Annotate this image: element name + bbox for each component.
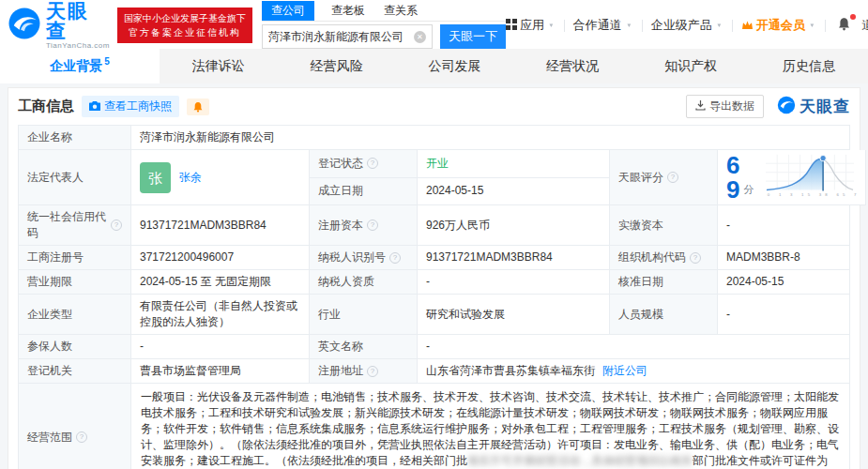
nav-divider bbox=[642, 20, 643, 32]
tab-operating-status[interactable]: 经营状况 bbox=[513, 49, 632, 83]
industry-value: 研究和试验发展 bbox=[418, 295, 610, 335]
view-snapshot-button[interactable]: 查看工商快照 bbox=[82, 96, 179, 117]
apps-grid-icon bbox=[506, 19, 517, 33]
search-tabs: 查公司 查老板 查关系 bbox=[262, 2, 506, 22]
top-header: 天眼查 TianYanCha.com 国家中小企业发展子基金旗下 官方备案企业征… bbox=[0, 0, 868, 49]
insured-count-label: 参保人数 bbox=[19, 335, 131, 359]
table-row: 法定代表人 张 张余 登记状态 开业 成立日期 2024-05-15 天眼评分 bbox=[19, 150, 850, 205]
tab-company-background[interactable]: 企业背景 5 bbox=[0, 49, 160, 83]
table-row: 工商注册号 371721200496007 纳税人识别号 91371721MAD… bbox=[19, 246, 850, 270]
help-icon[interactable] bbox=[667, 172, 678, 183]
chevron-down-icon bbox=[715, 21, 723, 30]
monitor-bell-button[interactable] bbox=[187, 98, 209, 115]
taxpayer-qual-label: 纳税人资质 bbox=[310, 270, 418, 295]
nav-apps[interactable]: 应用 bbox=[506, 17, 556, 34]
reg-capital-label: 注册资本 bbox=[310, 205, 418, 246]
tab-count-badge: 5 bbox=[104, 56, 110, 67]
taxpayer-qual-value: - bbox=[418, 270, 610, 295]
reg-number-value: 371721200496007 bbox=[131, 246, 310, 270]
reg-status-label: 登记状态 bbox=[310, 150, 418, 178]
nav-divider bbox=[825, 20, 826, 32]
legal-rep-name-link[interactable]: 张余 bbox=[179, 170, 202, 186]
company-type-value: 有限责任公司（非自然人投资或控股的法人独资） bbox=[131, 295, 310, 335]
help-icon[interactable] bbox=[111, 219, 122, 231]
help-icon[interactable] bbox=[367, 158, 378, 169]
redacted-text: 准后方可开展经营活动，具体经营项目以相关 bbox=[467, 454, 693, 467]
industry-label: 行业 bbox=[310, 295, 418, 335]
score-unit: 分 bbox=[743, 182, 754, 198]
clear-search-icon[interactable] bbox=[414, 31, 426, 43]
org-code-label: 组织机构代码 bbox=[610, 246, 718, 270]
paid-capital-value: - bbox=[718, 205, 850, 246]
download-icon bbox=[695, 100, 706, 113]
top-nav: 应用 合作通道 企业级产品 开通会员 道济 bbox=[506, 15, 868, 36]
staff-size-value: - bbox=[718, 295, 850, 335]
insured-count-value: - bbox=[131, 335, 310, 359]
crown-icon bbox=[741, 19, 754, 33]
tab-operating-risk[interactable]: 经营风险 bbox=[278, 49, 396, 83]
brand-name: 天眼查 bbox=[46, 1, 110, 40]
legal-rep-value: 张 张余 bbox=[131, 150, 310, 205]
search-tab-boss[interactable]: 查老板 bbox=[329, 1, 367, 21]
nav-enterprise-products[interactable]: 企业级产品 bbox=[651, 17, 723, 34]
help-icon[interactable] bbox=[367, 366, 378, 377]
help-icon[interactable] bbox=[389, 252, 401, 264]
username: 道济 bbox=[862, 17, 868, 34]
nav-cooperation[interactable]: 合作通道 bbox=[573, 17, 633, 34]
approval-date-label: 核准日期 bbox=[610, 270, 718, 295]
score-distribution-chart[interactable]: 0 1 3 15 38 65 77 99 100 bbox=[763, 153, 857, 202]
table-row: 企业名称 菏泽市润永新能源有限公司 bbox=[19, 126, 850, 150]
nav-divider bbox=[564, 20, 565, 32]
help-icon[interactable] bbox=[367, 219, 378, 231]
export-data-button[interactable]: 导出数据 bbox=[686, 95, 764, 118]
nav-vip-membership[interactable]: 开通会员 bbox=[741, 17, 816, 34]
legal-rep-avatar[interactable]: 张 bbox=[140, 162, 171, 193]
company-section-tabbar: 企业背景 5 法律诉讼 经营风险 公司发展 经营状况 知识产权 历史信息 bbox=[0, 49, 868, 83]
tianyancha-logo[interactable]: 天眼查 TianYanCha.com bbox=[8, 1, 110, 50]
tianyancha-logo-icon bbox=[8, 7, 41, 44]
business-scope-label: 经营范围 bbox=[19, 384, 131, 469]
table-row: 企业类型 有限责任公司（非自然人投资或控股的法人独资） 行业 研究和试验发展 人… bbox=[19, 295, 850, 335]
chevron-down-icon bbox=[547, 21, 556, 30]
reg-authority-label: 登记机关 bbox=[19, 359, 131, 384]
help-icon[interactable] bbox=[690, 252, 701, 264]
tab-legal-proceedings[interactable]: 法律诉讼 bbox=[160, 49, 278, 83]
tianyancha-logo-icon bbox=[777, 96, 796, 118]
tab-company-development[interactable]: 公司发展 bbox=[396, 49, 514, 83]
table-row: 经营范围 一般项目：光伏设备及元器件制造；电池销售；技术服务、技术开发、技术咨询… bbox=[19, 384, 850, 469]
est-date-value: 2024-05-15 bbox=[418, 178, 610, 206]
staff-size-label: 人员规模 bbox=[610, 295, 718, 335]
taxpayer-id-value: 91371721MADM3BBR84 bbox=[418, 246, 610, 270]
search-button[interactable]: 天眼一下 bbox=[440, 24, 506, 49]
credit-code-label: 统一社会信用代码 bbox=[19, 205, 131, 246]
est-date-label: 成立日期 bbox=[310, 178, 418, 206]
nav-user-menu[interactable]: 道济 bbox=[862, 17, 868, 34]
reg-address-value: 山东省菏泽市曹县苏集镇幸福东街 附近公司 bbox=[418, 359, 850, 384]
nearby-companies-link[interactable]: 附近公司 bbox=[602, 363, 647, 379]
business-info-card: 工商信息 查看工商快照 导出数据 天眼查 企业名称 菏泽市润永新能源有 bbox=[8, 87, 860, 469]
help-icon[interactable] bbox=[76, 431, 87, 443]
table-row: 营业期限 2024-05-15 至 无固定期限 纳税人资质 - 核准日期 202… bbox=[19, 270, 850, 295]
official-certification-badge: 国家中小企业发展子基金旗下 官方备案企业征信机构 bbox=[117, 8, 252, 43]
tab-history-info[interactable]: 历史信息 bbox=[750, 49, 868, 83]
score-value: 69 分 bbox=[718, 150, 866, 205]
credit-code-value: 91371721MADM3BBR84 bbox=[131, 205, 310, 246]
score-axis-labels: 0 1 3 15 38 65 77 99 100 bbox=[768, 192, 857, 197]
search-tab-company[interactable]: 查公司 bbox=[262, 1, 314, 21]
nav-divider bbox=[732, 20, 733, 32]
reg-authority-value: 曹县市场监督管理局 bbox=[131, 359, 310, 384]
notification-red-dot bbox=[850, 14, 856, 20]
reg-address-label: 注册地址 bbox=[310, 359, 418, 384]
tab-intellectual-property[interactable]: 知识产权 bbox=[632, 49, 750, 83]
english-name-value: - bbox=[418, 335, 850, 359]
table-row: 登记机关 曹县市场监督管理局 注册地址 山东省菏泽市曹县苏集镇幸福东街 附近公司 bbox=[19, 359, 850, 384]
biz-term-label: 营业期限 bbox=[19, 270, 131, 295]
camera-icon bbox=[89, 100, 100, 113]
tianyancha-watermark: 天眼查 bbox=[777, 96, 850, 118]
search-input[interactable] bbox=[268, 30, 414, 43]
table-row: 统一社会信用代码 91371721MADM3BBR84 注册资本 926万人民币… bbox=[19, 205, 850, 246]
notification-bell-icon[interactable] bbox=[834, 15, 854, 36]
taxpayer-id-label: 纳税人识别号 bbox=[310, 246, 418, 270]
search-tab-relation[interactable]: 查关系 bbox=[382, 1, 419, 21]
reg-status-value: 开业 bbox=[418, 150, 610, 178]
